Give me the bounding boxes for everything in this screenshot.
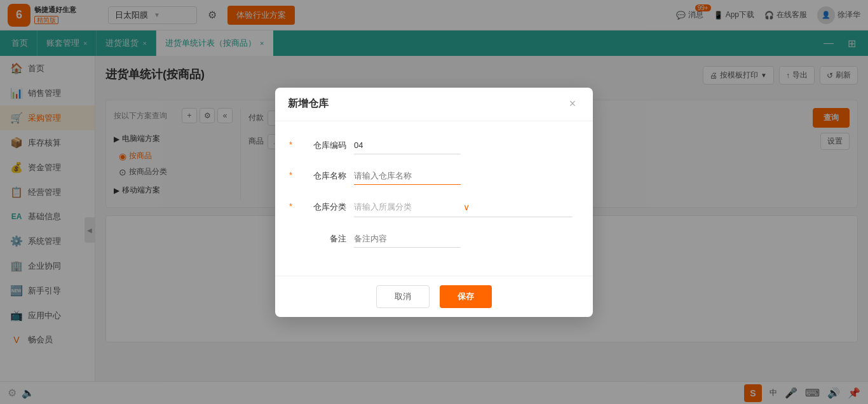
modal-footer: 取消 保存 bbox=[275, 276, 593, 317]
code-label: 仓库编码 bbox=[295, 140, 346, 151]
modal-header: 新增仓库 × bbox=[275, 88, 593, 121]
form-row-code: 仓库编码 bbox=[295, 137, 573, 154]
form-row-category: 仓库分类 请输入所属分类 ∨ bbox=[295, 198, 573, 217]
warehouse-code-input[interactable] bbox=[354, 137, 461, 154]
category-placeholder: 请输入所属分类 bbox=[354, 201, 463, 213]
modal-close-button[interactable]: × bbox=[565, 97, 580, 112]
remark-input-wrapper bbox=[354, 230, 573, 248]
name-input-wrapper bbox=[354, 167, 573, 185]
save-button[interactable]: 保存 bbox=[440, 285, 492, 308]
add-warehouse-modal: 新增仓库 × 仓库编码 仓库名称 仓库分类 请输入所属 bbox=[275, 88, 593, 317]
modal-title: 新增仓库 bbox=[288, 97, 329, 111]
warehouse-name-input[interactable] bbox=[354, 167, 461, 185]
remark-label: 备注 bbox=[295, 233, 346, 245]
category-label: 仓库分类 bbox=[295, 201, 346, 213]
form-row-name: 仓库名称 bbox=[295, 167, 573, 185]
code-input-wrapper bbox=[354, 137, 573, 154]
form-row-remark: 备注 bbox=[295, 230, 573, 248]
warehouse-remark-input[interactable] bbox=[354, 230, 461, 248]
modal-body: 仓库编码 仓库名称 仓库分类 请输入所属分类 ∨ bbox=[275, 121, 593, 276]
category-chevron-icon: ∨ bbox=[463, 202, 573, 212]
modal-overlay[interactable]: 新增仓库 × 仓库编码 仓库名称 仓库分类 请输入所属 bbox=[0, 0, 868, 404]
name-label: 仓库名称 bbox=[295, 170, 346, 182]
cancel-button[interactable]: 取消 bbox=[376, 285, 430, 308]
category-select-wrapper[interactable]: 请输入所属分类 ∨ bbox=[354, 198, 573, 217]
